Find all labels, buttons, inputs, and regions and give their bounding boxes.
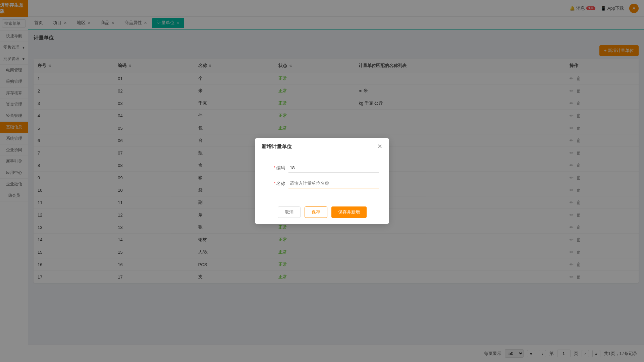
modal-close-button[interactable]: ✕: [377, 143, 382, 150]
modal-title: 新增计量单位: [262, 143, 292, 150]
save-button[interactable]: 保存: [305, 206, 327, 218]
required-star-code: *: [274, 165, 275, 170]
save-and-new-button[interactable]: 保存并新增: [331, 206, 367, 218]
name-input[interactable]: [288, 179, 379, 188]
code-input[interactable]: [288, 163, 379, 173]
modal-header: 新增计量单位 ✕: [255, 138, 389, 155]
modal-body: *编码 *名称: [255, 155, 389, 202]
modal-overlay[interactable]: 新增计量单位 ✕ *编码 *名称 取消 保存 保存并新增: [0, 0, 644, 362]
form-row-code: *编码: [265, 163, 379, 173]
modal-footer: 取消 保存 保存并新增: [255, 202, 389, 224]
add-unit-modal: 新增计量单位 ✕ *编码 *名称 取消 保存 保存并新增: [255, 138, 389, 224]
code-label: *编码: [265, 165, 285, 171]
name-label: *名称: [265, 181, 285, 187]
required-star-name: *: [274, 181, 275, 186]
cancel-button[interactable]: 取消: [278, 206, 301, 218]
form-row-name: *名称: [265, 179, 379, 188]
